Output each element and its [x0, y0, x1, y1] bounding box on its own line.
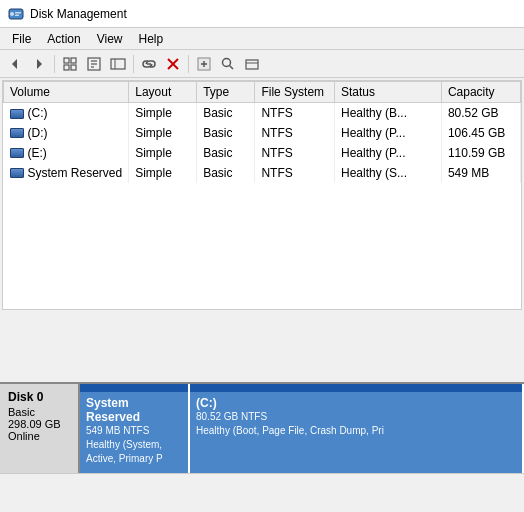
partition-c-drive[interactable]: (C:) 80.52 GB NTFS Healthy (Boot, Page F… [190, 384, 524, 473]
link-icon [141, 56, 157, 72]
toolbar-btn-5[interactable] [241, 53, 263, 75]
disk-management-window: Disk Management File Action View Help [0, 0, 524, 512]
window-icon [244, 56, 260, 72]
disk-map-area: Disk 0 Basic 298.09 GB Online System Res… [0, 382, 524, 512]
delete-icon [165, 56, 181, 72]
cell-layout: Simple [129, 123, 197, 143]
menu-file[interactable]: File [4, 30, 39, 48]
cell-capacity: 110.59 GB [441, 143, 520, 163]
cell-filesystem: NTFS [255, 103, 335, 123]
cell-status: Healthy (P... [335, 143, 442, 163]
svg-rect-24 [246, 60, 258, 69]
menu-bar: File Action View Help [0, 28, 524, 50]
separator-1 [54, 55, 55, 73]
cell-volume: System Reserved [4, 163, 129, 183]
toolbar [0, 50, 524, 78]
col-type[interactable]: Type [197, 82, 255, 103]
table-scroll[interactable]: Volume Layout Type File System Status Ca… [3, 81, 521, 309]
col-volume[interactable]: Volume [4, 82, 129, 103]
grid-icon [62, 56, 78, 72]
cell-status: Healthy (P... [335, 123, 442, 143]
drive-icon [10, 128, 24, 138]
view-icon [110, 56, 126, 72]
partition-detail: Healthy (System, Active, Primary P [86, 438, 182, 466]
svg-marker-5 [37, 59, 42, 69]
back-button[interactable] [4, 53, 26, 75]
toolbar-link-btn[interactable] [138, 53, 160, 75]
window-title: Disk Management [30, 7, 127, 21]
partition-label-c: (C:) [196, 396, 516, 410]
cell-filesystem: NTFS [255, 143, 335, 163]
properties-icon [86, 56, 102, 72]
cell-status: Healthy (S... [335, 163, 442, 183]
partition-size-c: 80.52 GB NTFS [196, 410, 516, 424]
title-bar: Disk Management [0, 0, 524, 28]
cell-layout: Simple [129, 163, 197, 183]
svg-rect-3 [15, 14, 19, 16]
menu-view[interactable]: View [89, 30, 131, 48]
col-capacity[interactable]: Capacity [441, 82, 520, 103]
disk-icon [8, 6, 24, 22]
svg-rect-7 [71, 58, 76, 63]
col-filesystem[interactable]: File System [255, 82, 335, 103]
menu-action[interactable]: Action [39, 30, 88, 48]
cell-volume: (E:) [4, 143, 129, 163]
table-area: Volume Layout Type File System Status Ca… [2, 80, 522, 310]
cell-layout: Simple [129, 143, 197, 163]
table-row[interactable]: (C:)SimpleBasicNTFSHealthy (B...80.52 GB [4, 103, 521, 123]
cell-status: Healthy (B... [335, 103, 442, 123]
disk-partitions-0: System Reserved 549 MB NTFS Healthy (Sys… [80, 384, 524, 473]
partition-detail-c: Healthy (Boot, Page File, Crash Dump, Pr… [196, 424, 516, 438]
cell-capacity: 80.52 GB [441, 103, 520, 123]
cell-layout: Simple [129, 103, 197, 123]
partition-label: System Reserved [86, 396, 182, 424]
partition-system-reserved[interactable]: System Reserved 549 MB NTFS Healthy (Sys… [80, 384, 190, 473]
drive-icon [10, 148, 24, 158]
svg-rect-6 [64, 58, 69, 63]
svg-line-23 [230, 65, 234, 69]
disk-name: Disk 0 [8, 390, 70, 404]
svg-rect-2 [15, 12, 21, 14]
disk-map-scroll[interactable]: Disk 0 Basic 298.09 GB Online System Res… [0, 384, 524, 512]
disk-status: Online [8, 430, 70, 442]
separator-2 [133, 55, 134, 73]
toolbar-btn-3[interactable] [107, 53, 129, 75]
toolbar-btn-1[interactable] [59, 53, 81, 75]
drive-icon [10, 168, 24, 178]
volumes-table: Volume Layout Type File System Status Ca… [3, 81, 521, 183]
table-header-row: Volume Layout Type File System Status Ca… [4, 82, 521, 103]
col-status[interactable]: Status [335, 82, 442, 103]
menu-help[interactable]: Help [131, 30, 172, 48]
table-row[interactable]: (E:)SimpleBasicNTFSHealthy (P...110.59 G… [4, 143, 521, 163]
cell-capacity: 106.45 GB [441, 123, 520, 143]
svg-point-22 [223, 58, 231, 66]
svg-rect-8 [64, 65, 69, 70]
toolbar-btn-4[interactable] [193, 53, 215, 75]
cell-filesystem: NTFS [255, 163, 335, 183]
disk-size: 298.09 GB [8, 418, 70, 430]
separator-3 [188, 55, 189, 73]
cell-volume: (C:) [4, 103, 129, 123]
search-button[interactable] [217, 53, 239, 75]
table-row[interactable]: System ReservedSimpleBasicNTFSHealthy (S… [4, 163, 521, 183]
search-icon [220, 56, 236, 72]
cell-type: Basic [197, 143, 255, 163]
partition-header-bar [80, 384, 188, 392]
toolbar-btn-2[interactable] [83, 53, 105, 75]
partition-size: 549 MB NTFS [86, 424, 182, 438]
disk-label-0: Disk 0 Basic 298.09 GB Online [0, 384, 80, 473]
cell-type: Basic [197, 103, 255, 123]
col-layout[interactable]: Layout [129, 82, 197, 103]
table-row[interactable]: (D:)SimpleBasicNTFSHealthy (P...106.45 G… [4, 123, 521, 143]
create-icon [196, 56, 212, 72]
cell-type: Basic [197, 123, 255, 143]
svg-rect-9 [71, 65, 76, 70]
drive-icon [10, 109, 24, 119]
forward-button[interactable] [28, 53, 50, 75]
partition-header-bar-c [190, 384, 522, 392]
delete-button[interactable] [162, 53, 184, 75]
forward-icon [31, 56, 47, 72]
cell-filesystem: NTFS [255, 123, 335, 143]
cell-type: Basic [197, 163, 255, 183]
disk-row-0: Disk 0 Basic 298.09 GB Online System Res… [0, 384, 524, 474]
